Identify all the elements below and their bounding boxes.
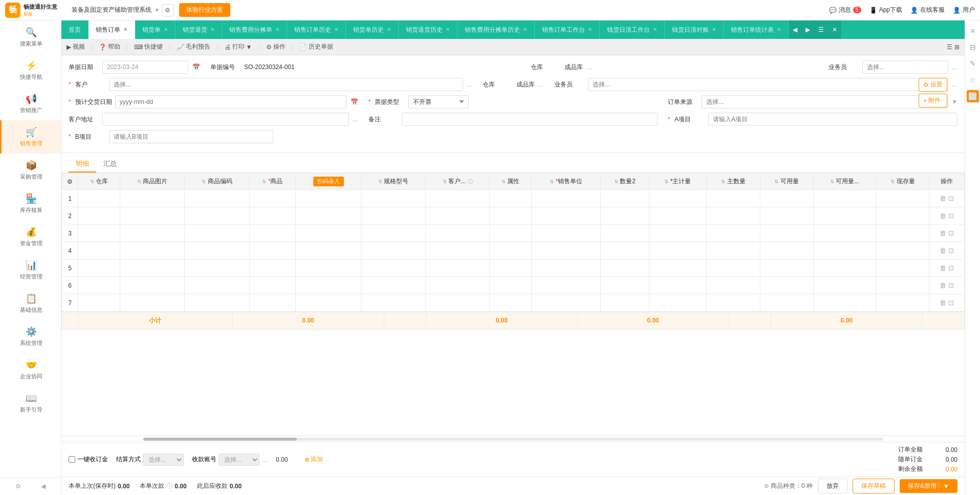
copy-row-icon[interactable]: ⊡ <box>948 264 954 272</box>
grid-toggle-btn[interactable]: ⊞ <box>954 44 960 51</box>
history-btn[interactable]: 📄 历史单据 <box>299 42 333 51</box>
tab-next-icon[interactable]: ▶ <box>801 20 814 39</box>
tab-close-icon[interactable]: ✕ <box>210 20 214 39</box>
industry-btn[interactable]: 体验行业方案 <box>179 3 230 17</box>
delete-row-icon[interactable]: 🗑 <box>940 264 946 272</box>
save-new-arrow-icon[interactable]: ▼ <box>939 483 949 490</box>
sidebar-item-search[interactable]: 🔍 搜索菜单 <box>0 20 61 54</box>
copy-row-icon[interactable]: ⊡ <box>948 299 954 307</box>
tab-sales-order[interactable]: 销售订单 ✕ <box>89 20 135 39</box>
sidebar-item-guide[interactable]: 📖 新手引导 <box>0 386 61 420</box>
warehouse-more-icon[interactable]: … <box>586 63 592 71</box>
delivery-input[interactable] <box>115 95 346 109</box>
tab-sales-expense[interactable]: 销售费用分摊单 ✕ <box>222 20 287 39</box>
tab-expense-history[interactable]: 销售费用分摊单历史 ✕ <box>458 20 535 39</box>
settings-btn[interactable]: ⚙ 设置 <box>919 78 947 92</box>
sidebar-item-marketing[interactable]: 📢 营销推广 <box>0 87 61 120</box>
sidebar-item-sales[interactable]: 🛒 销售管理 <box>0 120 61 154</box>
barcode-btn[interactable]: 扫码录入 <box>313 177 344 186</box>
remark-input[interactable] <box>402 113 658 126</box>
tab-cash-reconcile[interactable]: 钱货日清对账 ✕ <box>665 20 724 39</box>
right-panel-icon-1[interactable]: ≡ <box>967 25 979 37</box>
invoice-select[interactable]: 不开票 增值税普通发票 增值税专用发票 <box>408 95 469 109</box>
copy-row-icon[interactable]: ⊡ <box>948 195 954 202</box>
account-more-icon[interactable]: … <box>262 456 268 463</box>
calendar-icon[interactable]: 📅 <box>192 63 200 71</box>
dropdown-arrow-icon[interactable]: ▼ <box>155 7 160 13</box>
horizontal-scrollbar[interactable] <box>61 436 965 442</box>
shortcut-btn[interactable]: ⌨ 快捷键 <box>134 42 163 51</box>
right-panel-icon-2[interactable]: ⊟ <box>967 41 979 53</box>
one-click-check-input[interactable] <box>69 456 75 463</box>
collapse-icon[interactable]: ◀ <box>41 483 46 490</box>
one-click-checkbox[interactable]: 一键收订金 <box>69 455 108 464</box>
account-select[interactable]: 选择... <box>219 454 259 466</box>
tab-sales-order-history[interactable]: 销售订单历史 ✕ <box>287 20 346 39</box>
online-service-btn[interactable]: 👤 在线客服 <box>910 6 945 14</box>
address-more-icon[interactable]: … <box>352 116 358 123</box>
table-container[interactable]: ⚙ ⇅ 仓库 ⇅ 商品图片 ⇅ 商品编码 ⇅ *商品 扫码录入 ⇅ 规格型号 ⇅… <box>61 173 965 311</box>
copy-row-icon[interactable]: ⊡ <box>948 247 954 254</box>
settings-icon[interactable]: ⚙ <box>162 4 174 16</box>
save-new-btn[interactable]: 保存&新增 ▼ <box>900 479 957 493</box>
app-download-btn[interactable]: 📱 App下载 <box>869 6 902 14</box>
date-input[interactable] <box>102 60 188 74</box>
order-source-input[interactable] <box>702 95 948 109</box>
view-toggle-btn[interactable]: ☰ <box>947 44 952 51</box>
profit-btn[interactable]: 📈 毛利预告 <box>177 42 210 51</box>
discard-btn[interactable]: 放弃 <box>818 479 847 493</box>
b-project-input[interactable] <box>109 130 273 143</box>
print-btn[interactable]: 🖨 打印 ▼ <box>225 42 252 51</box>
view-btn[interactable]: ▶ 视频 <box>67 42 85 51</box>
tab-close-icon[interactable]: ✕ <box>275 20 279 39</box>
staff2-more-icon[interactable]: … <box>951 81 957 88</box>
staff2-input[interactable] <box>588 78 949 91</box>
sidebar-item-inventory[interactable]: 🏪 库存核算 <box>0 187 61 220</box>
delivery-calendar-icon[interactable]: 📅 <box>351 98 358 105</box>
address-input[interactable] <box>102 113 349 126</box>
sidebar-item-basic[interactable]: 📋 基础信息 <box>0 287 61 320</box>
delete-row-icon[interactable]: 🗑 <box>940 247 946 254</box>
sidebar-item-finance[interactable]: 💰 资金管理 <box>0 220 61 253</box>
delete-row-icon[interactable]: 🗑 <box>940 195 946 202</box>
staff-input[interactable] <box>862 60 948 74</box>
copy-row-icon[interactable]: ⊡ <box>948 229 954 237</box>
a-project-input[interactable] <box>708 113 957 126</box>
tab-sales-invoice[interactable]: 销货单 ✕ <box>135 20 176 39</box>
right-panel-icon-5[interactable]: ⬜ <box>967 90 979 102</box>
message-btn[interactable]: 💬 消息 5 <box>829 6 861 14</box>
tab-close-icon[interactable]: ✕ <box>653 20 657 39</box>
tab-menu-icon[interactable]: ☰ <box>814 20 828 39</box>
right-panel-icon-3[interactable]: ✎ <box>967 57 979 70</box>
tab-prev-icon[interactable]: ◀ <box>789 20 801 39</box>
settings-bottom-icon[interactable]: ⚙ <box>15 483 21 490</box>
sidebar-item-operation[interactable]: 📊 经营管理 <box>0 253 61 287</box>
add-payment-btn[interactable]: ⊕ 添加 <box>304 455 323 464</box>
tab-close-icon[interactable]: ✕ <box>164 20 168 39</box>
attach-btn[interactable]: + 附件 <box>919 94 947 107</box>
save-draft-btn[interactable]: 保存草稿 <box>853 479 895 493</box>
tab-close-icon[interactable]: ✕ <box>523 20 527 39</box>
tab-close-icon[interactable]: ✕ <box>387 20 391 39</box>
tab-close-all-icon[interactable]: ✕ <box>828 20 841 39</box>
warehouse2-more-icon[interactable]: … <box>538 81 544 88</box>
copy-row-icon[interactable]: ⊡ <box>948 282 954 289</box>
right-panel-icon-4[interactable]: ☆ <box>967 74 979 86</box>
tab-close-icon[interactable]: ✕ <box>712 20 716 39</box>
tab-sales-return[interactable]: 销货退货 ✕ <box>176 20 222 39</box>
sidebar-item-system[interactable]: ⚙️ 系统管理 <box>0 320 61 353</box>
gear-col-icon[interactable]: ⚙ <box>67 178 73 185</box>
tab-close-icon[interactable]: ✕ <box>123 20 127 39</box>
delete-row-icon[interactable]: 🗑 <box>940 282 946 289</box>
tab-sales-report[interactable]: 销售订单统计表 ✕ <box>724 20 789 39</box>
staff-more-icon[interactable]: … <box>951 63 957 71</box>
sidebar-item-purchase[interactable]: 📦 采购管理 <box>0 154 61 187</box>
customer-more-icon[interactable]: … <box>466 81 472 88</box>
tab-home[interactable]: 首页 <box>61 20 89 39</box>
tab-summary[interactable]: 汇总 <box>96 156 124 173</box>
tab-sales-return-history[interactable]: 销货退货历史 ✕ <box>399 20 458 39</box>
customer-input[interactable] <box>109 78 463 91</box>
delete-row-icon[interactable]: 🗑 <box>940 212 946 220</box>
user-avatar[interactable]: 👤 用户 <box>953 6 975 14</box>
tab-close-icon[interactable]: ✕ <box>446 20 450 39</box>
